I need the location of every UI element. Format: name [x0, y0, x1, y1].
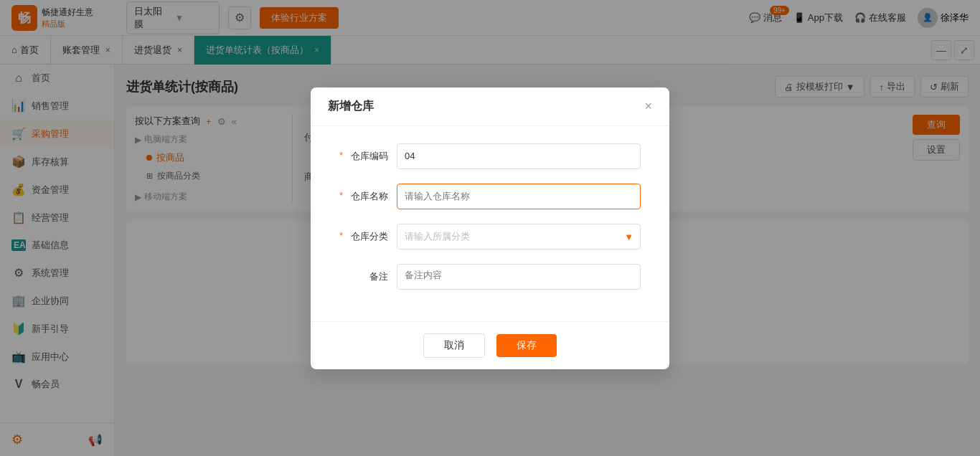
- form-row-category: 仓库分类 请输入所属分类 ▼: [339, 224, 641, 250]
- note-label: 备注: [339, 270, 397, 283]
- save-button[interactable]: 保存: [496, 334, 557, 357]
- modal-body: 仓库编码 仓库名称 仓库分类 请输入所属分类: [311, 126, 669, 321]
- category-select-wrapper: 请输入所属分类 ▼: [397, 224, 641, 250]
- name-label: 仓库名称: [339, 190, 397, 203]
- modal-title: 新增仓库: [328, 99, 374, 114]
- add-warehouse-modal: 新增仓库 × 仓库编码 仓库名称 仓库分类: [311, 87, 669, 369]
- warehouse-code-input[interactable]: [397, 143, 641, 169]
- warehouse-category-select[interactable]: 请输入所属分类: [397, 224, 641, 250]
- form-row-note: 备注: [339, 264, 641, 290]
- modal-overlay: 新增仓库 × 仓库编码 仓库名称 仓库分类: [0, 0, 980, 456]
- warehouse-note-input[interactable]: [397, 264, 641, 290]
- modal-footer: 取消 保存: [311, 321, 669, 369]
- warehouse-name-input[interactable]: [397, 184, 641, 209]
- modal-header: 新增仓库 ×: [311, 87, 669, 126]
- cancel-button[interactable]: 取消: [423, 333, 485, 358]
- form-row-code: 仓库编码: [339, 143, 641, 169]
- code-label: 仓库编码: [339, 150, 397, 163]
- modal-close-button[interactable]: ×: [644, 99, 652, 114]
- form-row-name: 仓库名称: [339, 184, 641, 209]
- category-label: 仓库分类: [339, 230, 397, 243]
